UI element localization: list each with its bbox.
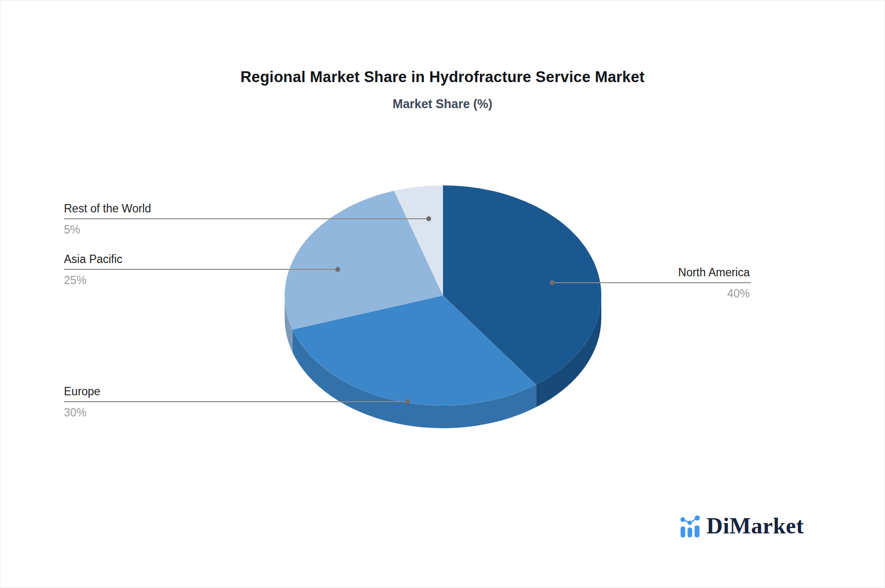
leader-dot-north-america xyxy=(550,280,555,285)
leader-dot-europe xyxy=(405,399,410,404)
slice-value-north-america: 40% xyxy=(727,287,750,300)
slice-value-asia-pacific: 25% xyxy=(64,274,87,287)
slice-value-europe: 30% xyxy=(64,406,87,419)
slice-label-north-america: North America xyxy=(678,266,750,279)
leader-dot-asia-pacific xyxy=(335,267,340,272)
slice-label-rest-of-the-world: Rest of the World xyxy=(64,202,151,215)
dimarket-logo: DiMarket xyxy=(680,513,804,539)
bar-line-chart-icon xyxy=(680,515,701,537)
dimarket-logo-text: DiMarket xyxy=(707,513,804,539)
slice-value-rest-of-the-world: 5% xyxy=(64,223,80,236)
pie-chart xyxy=(0,0,885,588)
chart-canvas: Regional Market Share in Hydrofracture S… xyxy=(0,0,885,588)
leader-dot-rest-of-the-world xyxy=(426,216,431,221)
slice-label-asia-pacific: Asia Pacific xyxy=(64,253,122,266)
slice-label-europe: Europe xyxy=(64,385,100,398)
